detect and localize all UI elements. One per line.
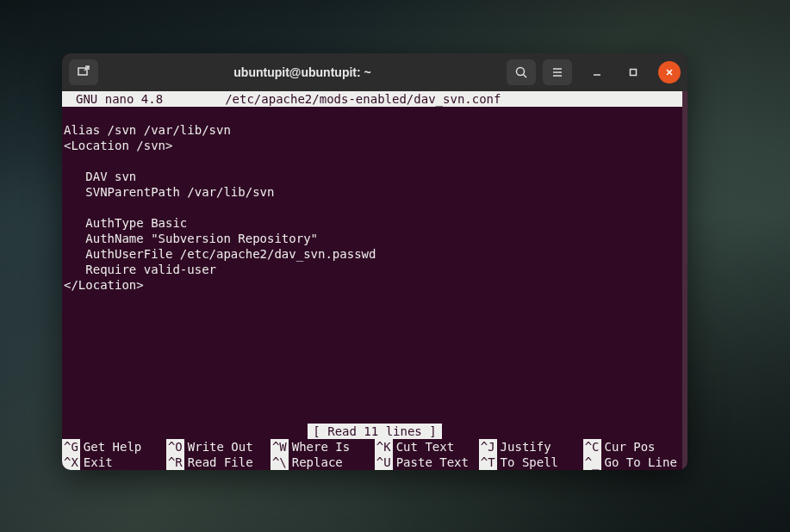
- nano-header: GNU nano 4.8 /etc/apache2/mods-enabled/d…: [62, 91, 687, 107]
- editor-line: AuthUserFile /etc/apache2/dav_svn.passwd: [64, 247, 376, 261]
- help-label: Get Help: [84, 439, 141, 455]
- editor-line: </Location>: [64, 278, 144, 292]
- help-label: Where Is: [292, 439, 350, 455]
- kbd: ^U: [375, 455, 393, 470]
- maximize-button[interactable]: [622, 61, 644, 84]
- kbd: ^X: [62, 455, 80, 470]
- help-label: To Spell: [501, 455, 558, 470]
- terminal-area[interactable]: GNU nano 4.8 /etc/apache2/mods-enabled/d…: [62, 91, 687, 470]
- close-icon: [664, 67, 675, 77]
- help-cur-pos: ^CCur Pos: [583, 439, 687, 455]
- nano-app-name: GNU nano 4.8: [64, 91, 163, 107]
- kbd: ^R: [166, 455, 184, 470]
- help-label: Exit: [84, 455, 113, 470]
- kbd: ^W: [271, 439, 289, 455]
- search-button[interactable]: [507, 59, 536, 85]
- minimize-icon: [592, 67, 602, 77]
- help-label: Cut Text: [396, 439, 454, 455]
- editor-line: <Location /svn>: [64, 139, 172, 152]
- help-where-is: ^WWhere Is: [271, 439, 375, 455]
- help-get-help: ^GGet Help: [62, 439, 166, 455]
- minimize-button[interactable]: [586, 61, 608, 84]
- nano-status-row: [ Read 11 lines ]: [62, 424, 687, 439]
- help-label: Paste Text: [396, 455, 469, 470]
- editor-content[interactable]: Alias /svn /var/lib/svn <Location /svn> …: [62, 107, 687, 308]
- editor-line: AuthType Basic: [64, 216, 187, 230]
- editor-line: DAV svn: [64, 170, 136, 183]
- nano-status: [ Read 11 lines ]: [308, 424, 441, 439]
- help-label: Go To Line: [605, 455, 677, 470]
- nano-help: ^GGet Help ^OWrite Out ^WWhere Is ^KCut …: [62, 439, 687, 470]
- kbd: ^_: [583, 455, 601, 470]
- help-row-1: ^GGet Help ^OWrite Out ^WWhere Is ^KCut …: [62, 439, 687, 455]
- help-justify: ^JJustify: [479, 439, 583, 455]
- kbd: ^K: [375, 439, 393, 455]
- help-label: Cur Pos: [605, 439, 656, 455]
- kbd: ^C: [583, 439, 601, 455]
- terminal-window: ubuntupit@ubuntupit: ~: [62, 53, 687, 470]
- help-label: Justify: [501, 439, 551, 455]
- hamburger-menu-button[interactable]: [543, 59, 572, 85]
- titlebar: ubuntupit@ubuntupit: ~: [62, 53, 687, 91]
- help-go-to-line: ^_Go To Line: [583, 455, 687, 470]
- help-read-file: ^RRead File: [166, 455, 271, 470]
- help-paste-text: ^UPaste Text: [375, 455, 479, 470]
- svg-rect-7: [631, 70, 637, 76]
- help-label: Read File: [188, 455, 253, 470]
- window-title: ubuntupit@ubuntupit: ~: [233, 65, 370, 79]
- svg-point-1: [517, 68, 525, 76]
- help-label: Write Out: [188, 439, 253, 455]
- kbd: ^\: [271, 455, 289, 470]
- kbd: ^T: [479, 455, 497, 470]
- help-row-2: ^XExit ^RRead File ^\Replace ^UPaste Tex…: [62, 455, 687, 470]
- editor-line: Alias /svn /var/lib/svn: [64, 123, 231, 137]
- editor-line: AuthName "Subversion Repository": [64, 232, 318, 245]
- kbd: ^G: [62, 439, 80, 455]
- hamburger-icon: [551, 65, 564, 79]
- help-replace: ^\Replace: [271, 455, 375, 470]
- scrollbar[interactable]: [682, 91, 687, 470]
- new-tab-button[interactable]: [69, 59, 98, 85]
- search-icon: [514, 65, 528, 79]
- editor-line: SVNParentPath /var/lib/svn: [64, 185, 274, 199]
- editor-line: Require valid-user: [64, 263, 216, 276]
- svg-line-2: [524, 75, 527, 78]
- maximize-icon: [628, 67, 638, 77]
- close-button[interactable]: [658, 61, 681, 84]
- nano-file-path: /etc/apache2/mods-enabled/dav_svn.conf: [163, 91, 501, 107]
- new-tab-icon: [77, 65, 90, 79]
- kbd: ^J: [479, 439, 497, 455]
- kbd: ^O: [166, 439, 184, 455]
- help-to-spell: ^TTo Spell: [479, 455, 583, 470]
- help-cut-text: ^KCut Text: [375, 439, 479, 455]
- help-label: Replace: [292, 455, 343, 470]
- help-write-out: ^OWrite Out: [166, 439, 271, 455]
- help-exit: ^XExit: [62, 455, 166, 470]
